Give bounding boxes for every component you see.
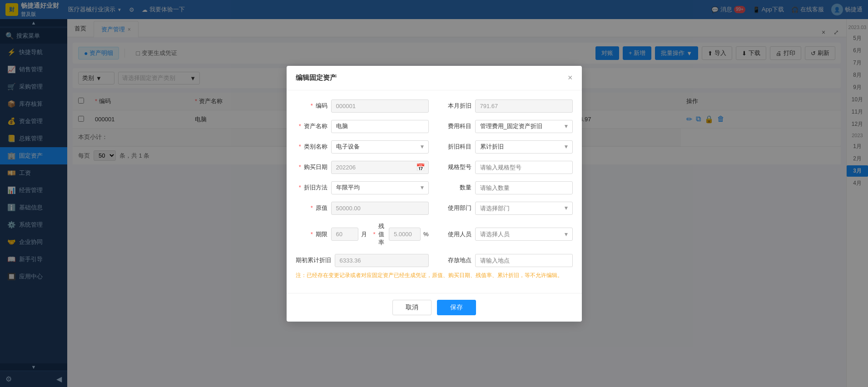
category-input[interactable] (331, 140, 429, 154)
form-item-period-residual: * 期限 月 * 残值率 % (296, 222, 429, 247)
period-unit: 月 (361, 230, 367, 238)
modal-title: 编辑固定资产 (296, 74, 337, 82)
modal-note-text: 注：已经存在变更记录或者对应固定资产已经生成凭证，原值、购买日期、残值率、累计折… (296, 272, 563, 278)
dep-subject-select[interactable]: ▼ (475, 140, 573, 154)
code-input[interactable] (331, 99, 429, 113)
form-item-category: * 类别名称 ▼ (296, 140, 429, 154)
form-item-dep-method: * 折旧方法 ▼ (296, 181, 429, 194)
name-label: * 资产名称 (296, 122, 327, 130)
original-value-input[interactable] (331, 202, 429, 215)
department-input[interactable] (475, 202, 573, 215)
form-item-department: 使用部门 ▼ (440, 202, 573, 215)
spec-input[interactable] (475, 161, 573, 174)
form-item-quantity: 数量 (440, 181, 573, 194)
dep-subject-label: 折旧科目 (440, 143, 471, 151)
form-item-purchase-date: * 购买日期 📅 (296, 161, 429, 174)
modal-note: 注：已经存在变更记录或者对应固定资产已经生成凭证，原值、购买日期、残值率、累计折… (296, 267, 573, 284)
form-item-code: * 编码 (296, 99, 429, 113)
spec-label: 规格型号 (440, 163, 471, 171)
initial-dep-label: 期初累计折旧 (296, 256, 331, 264)
category-label: * 类别名称 (296, 143, 327, 151)
form-item-spec: 规格型号 (440, 161, 573, 174)
name-input[interactable] (331, 120, 429, 133)
modal-header: 编辑固定资产 × (287, 66, 582, 90)
original-value-label: * 原值 (296, 204, 327, 212)
department-select[interactable]: ▼ (475, 202, 573, 215)
purchase-date-wrap: 📅 (331, 161, 429, 174)
form-item-user: 使用人员 ▼ (440, 222, 573, 247)
form-item-initial-dep: 期初累计折旧 (296, 254, 429, 267)
modal-overlay: 编辑固定资产 × * 编码 本月折旧 (0, 0, 868, 387)
location-label: 存放地点 (440, 256, 471, 264)
user-select[interactable]: ▼ (475, 228, 573, 241)
form-grid: * 编码 本月折旧 * 资产名称 (296, 99, 573, 267)
monthly-dep-label: 本月折旧 (440, 102, 471, 110)
category-select[interactable]: ▼ (331, 140, 429, 154)
dep-subject-input[interactable] (475, 140, 573, 154)
dep-method-select[interactable]: ▼ (331, 181, 429, 194)
user-input[interactable] (475, 228, 573, 241)
residual-rate-input[interactable] (389, 228, 421, 241)
edit-asset-modal: 编辑固定资产 × * 编码 本月折旧 (287, 66, 582, 322)
form-item-dep-subject: 折旧科目 ▼ (440, 140, 573, 154)
modal-body: * 编码 本月折旧 * 资产名称 (287, 90, 582, 293)
purchase-date-label: * 购买日期 (296, 163, 327, 171)
residual-rate-label: 残值率 (378, 222, 386, 247)
user-label: 使用人员 (440, 230, 471, 238)
code-label: * 编码 (296, 102, 327, 110)
purchase-date-input[interactable] (331, 161, 429, 174)
expense-subject-input[interactable] (475, 120, 573, 133)
period-label: * 期限 (296, 230, 327, 238)
dep-method-input[interactable] (331, 181, 429, 194)
calendar-icon[interactable]: 📅 (416, 163, 425, 172)
form-item-original-value: * 原值 (296, 202, 429, 215)
expense-subject-label: 费用科目 (440, 122, 471, 130)
period-input[interactable] (331, 228, 358, 241)
location-input[interactable] (475, 254, 573, 267)
quantity-input[interactable] (475, 181, 573, 194)
form-item-monthly-dep: 本月折旧 (440, 99, 573, 113)
quantity-label: 数量 (440, 184, 471, 192)
save-label: 保存 (450, 303, 463, 311)
modal-close-icon[interactable]: × (568, 73, 573, 83)
dep-method-label: * 折旧方法 (296, 184, 327, 192)
cancel-button[interactable]: 取消 (392, 300, 432, 315)
expense-subject-select[interactable]: ▼ (475, 120, 573, 133)
percent-sign: % (423, 231, 429, 238)
initial-dep-input[interactable] (335, 254, 429, 267)
form-item-expense-subject: 费用科目 ▼ (440, 120, 573, 133)
form-item-name: * 资产名称 (296, 120, 429, 133)
modal-footer: 取消 保存 (287, 293, 582, 322)
save-button[interactable]: 保存 (437, 300, 476, 315)
period-row: 月 * 残值率 % (331, 222, 429, 247)
monthly-dep-input[interactable] (475, 99, 573, 113)
form-item-location: 存放地点 (440, 254, 573, 267)
department-label: 使用部门 (440, 204, 471, 212)
cancel-label: 取消 (406, 303, 418, 311)
